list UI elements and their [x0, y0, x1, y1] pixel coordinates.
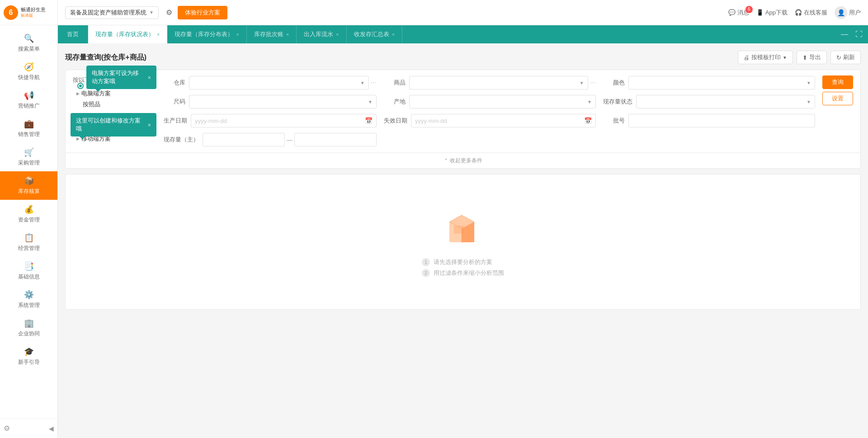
- collapse-btn[interactable]: ⌃ 收起更多条件: [66, 153, 860, 168]
- cond-batch: 批号: [603, 113, 815, 128]
- conditions-panel: 仓库 ▼ ··· 商品 ▼: [156, 75, 815, 147]
- inventory-icon: 📦: [24, 176, 34, 186]
- query-button[interactable]: 查询: [822, 75, 853, 89]
- tab-batch-account[interactable]: 库存批次账 ×: [247, 25, 297, 43]
- scheme-item-pinzhaop[interactable]: 按照品: [83, 99, 156, 110]
- sidebar-item-basic[interactable]: 📑 基础信息: [0, 257, 57, 285]
- sidebar-item-marketing[interactable]: 📢 营销推广: [0, 86, 57, 114]
- sidebar-item-finance[interactable]: 💰 资金管理: [0, 200, 57, 228]
- tab-close-icon[interactable]: ×: [392, 32, 395, 37]
- export-btn[interactable]: ⬆ 导出: [797, 51, 827, 64]
- sidebar-item-purchase[interactable]: 🛒 采购管理: [0, 143, 57, 171]
- user-item[interactable]: 👤 用户: [835, 6, 861, 19]
- app-download-item[interactable]: 📱 App下载: [756, 9, 788, 17]
- origin-select[interactable]: ▼: [409, 95, 596, 108]
- tab-close-icon[interactable]: ×: [236, 32, 239, 37]
- collapse-sidebar-icon[interactable]: ◀: [49, 425, 54, 432]
- notification-item[interactable]: 💬 消息 6: [728, 9, 749, 17]
- operations-icon: 📋: [24, 233, 34, 243]
- tooltip-text: 电脑方案可设为移动方案哦: [92, 69, 144, 85]
- sidebar-item-system[interactable]: ⚙️ 系统管理: [0, 285, 57, 314]
- tooltip2-close-btn[interactable]: ×: [147, 122, 151, 128]
- sidebar-item-label: 快捷导航: [18, 74, 40, 81]
- goods-label: 商品: [384, 79, 409, 87]
- notification-badge: 6: [745, 6, 753, 13]
- tab-home[interactable]: 首页: [58, 25, 88, 43]
- goods-dots[interactable]: ···: [590, 79, 596, 87]
- collapse-label: 收起更多条件: [450, 157, 482, 165]
- expand-icon: ▶: [76, 137, 80, 141]
- color-label: 颜色: [603, 79, 628, 87]
- sidebar-item-inventory[interactable]: 📦 库存核算: [0, 171, 57, 200]
- industry-btn[interactable]: 体验行业方案: [178, 6, 227, 19]
- batch-input[interactable]: [628, 114, 815, 127]
- color-select[interactable]: ▼: [628, 76, 815, 89]
- tab-label: 现存量（库存分布表）: [175, 30, 233, 38]
- range-separator: —: [287, 137, 292, 143]
- size-label: 尺码: [164, 98, 189, 106]
- cond-origin: 产地 ▼: [384, 94, 596, 109]
- connector-dot: [78, 84, 83, 88]
- expire-date-input[interactable]: yyyy-mm-dd 📅: [411, 114, 596, 127]
- warehouse-dots[interactable]: ···: [371, 79, 377, 87]
- online-support-item[interactable]: 🎧 在线客服: [795, 9, 827, 17]
- prod-date-label: 生产日期: [164, 117, 191, 125]
- sidebar-item-operations[interactable]: 📋 经营管理: [0, 228, 57, 257]
- settings-gear-icon[interactable]: ⚙: [166, 8, 172, 17]
- sidebar-item-label: 销售管理: [18, 131, 40, 138]
- basic-icon: 📑: [24, 261, 34, 271]
- tab-maximize-icon[interactable]: ⛶: [854, 28, 864, 40]
- expire-date-label: 失效日期: [384, 117, 411, 125]
- tab-close-icon[interactable]: ×: [286, 32, 289, 37]
- sidebar-item-sales[interactable]: 💼 销售管理: [0, 114, 57, 143]
- sidebar-item-search[interactable]: 🔍 搜索菜单: [0, 29, 57, 57]
- reset-button[interactable]: 设置: [822, 92, 853, 105]
- system-name: 装备及固定资产辅助管理系统: [70, 9, 146, 17]
- size-select[interactable]: ▼: [189, 95, 377, 108]
- sidebar-item-label: 营销推广: [18, 102, 40, 110]
- goods-select[interactable]: ▼: [409, 76, 588, 89]
- empty-step-1-text: 请先选择要分析的方案: [434, 258, 492, 266]
- logo-icon: 6: [4, 5, 18, 20]
- guide-icon: 🧭: [24, 62, 34, 72]
- main-area: 装备及固定资产辅助管理系统 ▼ ⚙ 体验行业方案 💬 消息 6 📱 App下载 …: [58, 0, 868, 438]
- sidebar-footer: ⚙ ◀: [0, 418, 57, 438]
- tab-close-icon[interactable]: ×: [336, 32, 339, 37]
- tab-minimize-icon[interactable]: —: [839, 28, 850, 40]
- tooltip-close-btn[interactable]: ×: [147, 74, 151, 81]
- collapse-up-icon: ⌃: [444, 158, 448, 164]
- refresh-btn[interactable]: ↻ 刷新: [830, 51, 861, 64]
- step-number-2: 2: [422, 269, 430, 277]
- stock-min-input[interactable]: [203, 133, 285, 146]
- user-label: 用户: [849, 9, 861, 17]
- tab-in-out-flow[interactable]: 出入库流水 ×: [297, 25, 346, 43]
- scheme-desktop-group-header[interactable]: ▶ 电脑端方案: [76, 88, 156, 99]
- sidebar-item-label: 企业协同: [18, 330, 40, 338]
- sidebar-item-label: 搜索菜单: [18, 45, 40, 53]
- search-icon: 🔍: [24, 33, 34, 43]
- scheme-desktop-group: ▶ 电脑端方案 按照品: [76, 88, 156, 110]
- tab-inventory-status[interactable]: 现存量（库存状况表） ×: [88, 25, 167, 43]
- stock-status-select[interactable]: ▼: [636, 95, 815, 108]
- sidebar-item-enterprise[interactable]: 🏢 企业协同: [0, 314, 57, 342]
- online-support-label: 在线客服: [804, 9, 827, 17]
- tab-inventory-dist[interactable]: 现存量（库存分布表） ×: [167, 25, 246, 43]
- page-container: 现存量查询(按仓库+商品) 🖨 按模板打印 ▼ ⬆ 导出 ↻ 刷新: [58, 43, 868, 317]
- template-print-btn[interactable]: 🖨 按模板打印 ▼: [738, 51, 793, 64]
- tab-receipt-summary[interactable]: 收发存汇总表 ×: [347, 25, 402, 43]
- chevron-down-icon: ▼: [783, 55, 787, 60]
- system-selector[interactable]: 装备及固定资产辅助管理系统 ▼: [65, 6, 159, 19]
- sidebar-item-label: 基础信息: [18, 273, 40, 281]
- sidebar-item-newbie[interactable]: 🎓 新手引导: [0, 342, 57, 371]
- filter-wrapper: 按以下方案查询 + ✎ ← 电脑方案可设为移动方案哦: [65, 70, 861, 169]
- sidebar-item-guide[interactable]: 🧭 快捷导航: [0, 57, 57, 86]
- logo-badge: 标准版: [21, 13, 46, 19]
- stock-max-input[interactable]: [294, 133, 377, 146]
- settings-icon[interactable]: ⚙: [4, 424, 10, 433]
- prod-date-placeholder: yyyy-mm-dd: [195, 118, 227, 124]
- warehouse-select[interactable]: ▼: [189, 76, 369, 89]
- empty-steps-list: 1 请先选择要分析的方案 2 用过滤条件来缩小分析范围: [422, 258, 504, 280]
- step-number-1: 1: [422, 258, 430, 266]
- tab-close-icon[interactable]: ×: [157, 32, 160, 37]
- prod-date-input[interactable]: yyyy-mm-dd 📅: [191, 114, 377, 127]
